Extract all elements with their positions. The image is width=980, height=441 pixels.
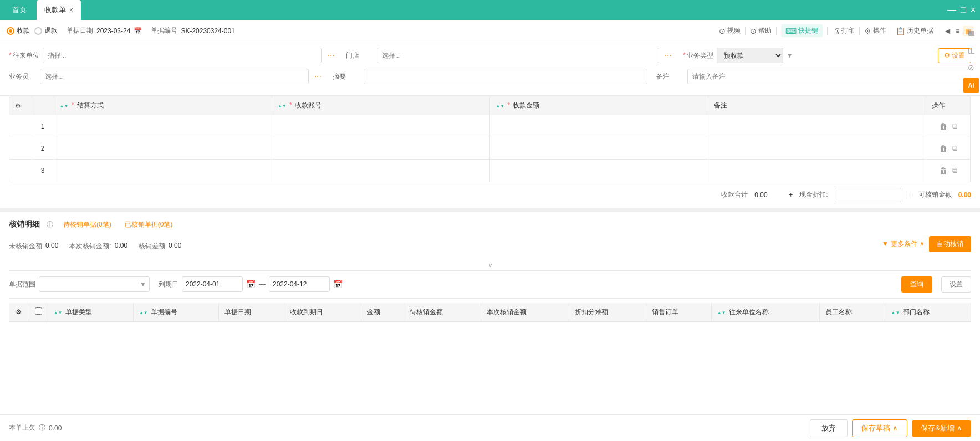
summary-input[interactable] xyxy=(364,69,647,84)
sidebar-frame-icon[interactable]: ◫ xyxy=(963,42,979,58)
sidebar-table-icon[interactable]: ▤ xyxy=(963,24,979,40)
account-input-2[interactable] xyxy=(278,145,484,152)
history-btn[interactable]: 📋 历史单据 xyxy=(896,26,933,35)
payment-method-input-1[interactable] xyxy=(60,122,266,130)
td-account-3[interactable] xyxy=(272,160,489,182)
amount-input-3[interactable] xyxy=(496,167,702,175)
remark-input-1[interactable] xyxy=(714,122,920,130)
hexiao-info-icon[interactable]: ⓘ xyxy=(47,220,53,229)
abandon-button[interactable]: 放弃 xyxy=(810,419,848,437)
td-remark-2[interactable] xyxy=(708,137,926,160)
tab-pending[interactable]: 待核销单据(0笔) xyxy=(60,219,115,230)
sidebar-ai-icon[interactable]: Ai xyxy=(963,78,979,93)
staff-field: 业务员 ··· xyxy=(9,69,324,84)
tab-home[interactable]: 首页 xyxy=(4,0,34,20)
total-label: 收款合计 xyxy=(721,190,748,199)
copy-icon-1[interactable]: ⧉ xyxy=(952,121,957,131)
td-remark-3[interactable] xyxy=(708,160,926,182)
info-icon[interactable]: ⓘ xyxy=(39,423,45,433)
form-row-1: *往来单位 ··· 门店 ··· *业务类型 预收款 ▼ xyxy=(9,48,971,63)
account-input-3[interactable] xyxy=(278,167,484,175)
remark-input-2[interactable] xyxy=(714,145,920,152)
td-amount-1[interactable] xyxy=(490,115,708,137)
th-settings[interactable]: ⚙ xyxy=(9,96,32,115)
td-amount-3[interactable] xyxy=(490,160,708,182)
counterparty-more-btn[interactable]: ··· xyxy=(325,50,337,60)
save-draft-button[interactable]: 保存草稿 ∧ xyxy=(852,419,907,437)
radio-tuikuan[interactable]: 退款 xyxy=(34,26,58,35)
footer-bar: 本单上欠 ⓘ 0.00 放弃 保存草稿 ∧ 保存&新增 ∧ xyxy=(0,414,980,441)
calendar-icon[interactable]: 📅 xyxy=(134,27,142,35)
td-remark-1[interactable] xyxy=(708,115,926,137)
account-input-1[interactable] xyxy=(278,122,484,130)
remark-input-3[interactable] xyxy=(714,167,920,175)
calendar-to-icon[interactable]: 📅 xyxy=(333,280,343,289)
tab-done[interactable]: 已核销单据(0笔) xyxy=(121,219,176,230)
equals-sign: = xyxy=(908,191,912,199)
shortcut-btn[interactable]: ⌨ 快捷键 xyxy=(781,24,823,37)
calendar-from-icon[interactable]: 📅 xyxy=(246,280,256,289)
help-icon: ⊙ xyxy=(750,27,757,35)
td-account-2[interactable] xyxy=(272,137,489,160)
section-divider xyxy=(0,208,980,212)
payment-method-input-2[interactable] xyxy=(60,145,266,152)
payment-method-input-3[interactable] xyxy=(60,167,266,175)
td-payment-1[interactable] xyxy=(54,115,272,137)
filter-icon: ▼ xyxy=(882,240,889,248)
help-btn[interactable]: ⊙ 帮助 xyxy=(750,26,772,35)
td-payment-2[interactable] xyxy=(54,137,272,160)
note-input[interactable] xyxy=(687,69,971,84)
list-view-icon[interactable]: ≡ xyxy=(953,26,962,36)
business-type-label: *业务类型 xyxy=(683,51,713,60)
staff-input[interactable] xyxy=(40,69,309,84)
radio-shoukuan[interactable]: 收款 xyxy=(7,26,30,35)
date-to-input[interactable] xyxy=(269,276,330,292)
td-payment-3[interactable] xyxy=(54,160,272,182)
tab-active[interactable]: 收款单 × xyxy=(37,0,81,20)
query-btn[interactable]: 查询 xyxy=(901,276,932,293)
close-icon[interactable]: × xyxy=(971,5,976,15)
more-conditions-btn[interactable]: ▼ 更多条件 ∧ xyxy=(882,239,925,249)
copy-icon-2[interactable]: ⧉ xyxy=(952,143,957,153)
amount-input-2[interactable] xyxy=(496,145,702,152)
td-amount-2[interactable] xyxy=(490,137,708,160)
th-amount: ▲▼ * 收款金额 xyxy=(490,96,708,115)
print-btn[interactable]: 🖨 打印 xyxy=(832,26,855,35)
prev-icon[interactable]: ◀ xyxy=(943,26,952,36)
date-from-input[interactable] xyxy=(182,276,243,292)
collapse-indicator[interactable]: ∨ xyxy=(9,262,971,268)
store-more-btn[interactable]: ··· xyxy=(662,50,674,60)
range-select[interactable] xyxy=(39,276,150,292)
operate-btn[interactable]: ⚙ 操作 xyxy=(864,26,886,35)
counterparty-input[interactable] xyxy=(43,48,322,63)
amount-input-1[interactable] xyxy=(496,122,702,130)
td-account-1[interactable] xyxy=(272,115,489,137)
dropdown-arrow-icon: ▼ xyxy=(787,52,793,59)
stat-current: 本次核销金额: 0.00 xyxy=(69,242,127,251)
range-label: 单据范围 xyxy=(9,280,35,289)
bth-checkbox[interactable] xyxy=(29,303,48,322)
delete-icon-3[interactable]: 🗑 xyxy=(940,166,947,175)
th-account: ▲▼ * 收款账号 xyxy=(272,96,489,115)
tab-close-icon[interactable]: × xyxy=(69,6,73,14)
select-all-checkbox[interactable] xyxy=(35,307,42,315)
store-input[interactable] xyxy=(377,48,659,63)
staff-more-btn[interactable]: ··· xyxy=(312,71,324,81)
main-content: 收款 退款 单据日期 2023-03-24 📅 单据编号 SK-20230324… xyxy=(0,20,980,441)
video-btn[interactable]: ⊙ 视频 xyxy=(719,26,741,35)
bth-dept: ▲▼ 部门名称 xyxy=(885,303,971,322)
delete-icon-2[interactable]: 🗑 xyxy=(940,144,947,153)
minimize-icon[interactable]: — xyxy=(947,5,956,15)
maximize-icon[interactable]: □ xyxy=(961,5,966,15)
delete-icon-1[interactable]: 🗑 xyxy=(940,122,947,131)
divider2 xyxy=(776,27,777,35)
bth-pending: 待核销金额 xyxy=(404,303,481,322)
discount-input[interactable] xyxy=(835,188,901,202)
bth-settings[interactable]: ⚙ xyxy=(9,303,29,322)
copy-icon-3[interactable]: ⧉ xyxy=(952,166,957,175)
date-sep: — xyxy=(259,280,266,288)
save-new-button[interactable]: 保存&新增 ∧ xyxy=(912,420,971,437)
business-type-select[interactable]: 预收款 xyxy=(717,48,783,63)
date-value[interactable]: 2023-03-24 xyxy=(96,27,130,35)
sidebar-link-icon[interactable]: ⊘ xyxy=(963,60,979,75)
